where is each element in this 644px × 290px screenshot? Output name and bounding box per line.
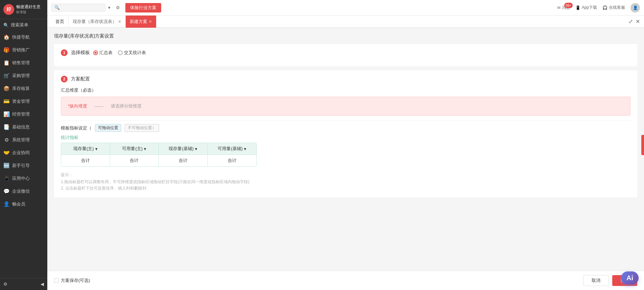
headset-icon: 🎧 xyxy=(602,5,608,10)
radio-crosstab-label: 交叉统计表 xyxy=(124,50,146,56)
enterprise-icon: 🤝 xyxy=(3,150,9,156)
tip-item-2: 2. 点击标题栏下拉可设置排序、插入列和删除列 xyxy=(61,186,630,191)
dropdown-icon[interactable]: ▾ xyxy=(108,5,110,10)
trial-button[interactable]: 体验行业方案 xyxy=(125,3,161,13)
sidebar-item-app-center[interactable]: 📱 应用中心 xyxy=(0,172,47,185)
message-button[interactable]: ✉ 消息 99+ xyxy=(557,5,570,10)
sidebar-item-operations[interactable]: 📊 经营管理 xyxy=(0,108,47,121)
avatar-icon: 👤 xyxy=(633,5,638,10)
sidebar-item-marketing[interactable]: 🎁 营销推广 xyxy=(0,44,47,56)
stat-section-label: 统计指标 xyxy=(61,135,630,141)
stat-col4-dropdown-icon: ▾ xyxy=(244,146,246,151)
sidebar-item-quick-nav[interactable]: 🏠 快捷导航 xyxy=(0,31,47,44)
tabs-actions: ⤢ ✕ xyxy=(628,18,640,25)
stat-table: 现存量(主) ▾ 可用量(主) ▾ 现存量(基辅) ▾ 可用量(基辅) ▾ xyxy=(61,143,257,167)
topbar-search-box[interactable]: 🔍 xyxy=(51,4,105,11)
non-draggable-tag: 不可拖动位置） xyxy=(125,124,159,132)
stat-table-body: 合计 合计 合计 合计 xyxy=(61,154,256,166)
stat-header-col1[interactable]: 现存量(主) ▾ xyxy=(61,143,110,154)
stat-col2-dropdown-icon: ▾ xyxy=(144,146,146,151)
content-area: 现存量(库存状况表)方案设置 1 选择模板 汇总表 交叉统计表 xyxy=(47,28,644,271)
app-center-icon: 📱 xyxy=(3,175,9,182)
home-icon: 🏠 xyxy=(3,34,9,40)
radio-crosstab[interactable]: 交叉统计表 xyxy=(118,50,146,56)
radio-crosstab-circle xyxy=(118,50,123,55)
radio-summary[interactable]: 汇总表 xyxy=(93,50,113,56)
search-label: 搜索菜单 xyxy=(11,22,28,28)
stat-col3-dropdown-icon: ▾ xyxy=(195,146,197,151)
tab-new-plan-label: 新建方案 xyxy=(130,19,147,25)
member-icon: 👤 xyxy=(3,201,9,207)
stat-table-header: 现存量(主) ▾ 可用量(主) ▾ 现存量(基辅) ▾ 可用量(基辅) ▾ xyxy=(61,143,256,154)
logo-title: 畅捷通好生意 xyxy=(16,4,41,10)
dimension-box[interactable]: *纵向维度 —— 请选择分组维度 xyxy=(61,97,630,116)
sidebar-footer: ⚙ ◀ xyxy=(0,278,47,290)
basic-info-icon: 📑 xyxy=(3,124,9,130)
save-option[interactable]: 方案保存(可选) xyxy=(54,277,90,284)
tips-title: 提示： xyxy=(61,172,630,178)
search-menu[interactable]: 🔍 搜索菜单 xyxy=(0,19,47,31)
right-panel-indicator[interactable] xyxy=(641,135,644,155)
tab-close-all-button[interactable]: ✕ xyxy=(636,18,640,25)
tab-inventory-close[interactable]: ✕ xyxy=(118,19,121,24)
search-icon: 🔍 xyxy=(3,23,9,28)
topbar: 🔍 ▾ ⚙ 体验行业方案 ✉ 消息 99+ 📱 App下载 🎧 在线客服 👤 xyxy=(47,0,644,16)
sidebar-item-member[interactable]: 👤 畅会员 xyxy=(0,198,47,211)
stat-header-col4[interactable]: 可用量(基辅) ▾ xyxy=(208,143,257,154)
step2-panel: 2 方案配置 汇总维度（必选） *纵向维度 —— 请选择分组维度 模板指标设定（… xyxy=(54,70,637,197)
sidebar-item-label: 库存核算 xyxy=(12,86,30,92)
purchase-icon: 🛒 xyxy=(3,73,9,79)
step1-number: 1 xyxy=(61,49,68,56)
tab-inventory[interactable]: 现存量（库存状况表） ✕ xyxy=(69,16,126,28)
stat-header-col4-label: 可用量(基辅) xyxy=(218,146,243,152)
sidebar-item-label: 应用中心 xyxy=(12,175,30,182)
finance-icon: 💳 xyxy=(3,98,9,104)
gear-icon[interactable]: ⚙ xyxy=(113,3,123,13)
sidebar-item-label: 企业协同 xyxy=(12,150,30,156)
tab-home[interactable]: 首页 xyxy=(51,16,69,28)
radio-summary-circle xyxy=(93,50,98,55)
sidebar-item-basic-info[interactable]: 📑 基础信息 xyxy=(0,121,47,134)
sidebar-item-label: 新手引导 xyxy=(12,163,30,169)
sidebar-item-newbie[interactable]: 🆕 新手引导 xyxy=(0,159,47,172)
online-service-button[interactable]: 🎧 在线客服 xyxy=(602,5,625,10)
stat-header-col2[interactable]: 可用量(主) ▾ xyxy=(110,143,159,154)
tab-maximize-button[interactable]: ⤢ xyxy=(628,18,633,25)
tab-new-plan-close[interactable]: ✕ xyxy=(149,19,152,24)
sidebar-item-label: 畅会员 xyxy=(12,201,25,207)
topbar-right: ✉ 消息 99+ 📱 App下载 🎧 在线客服 👤 xyxy=(557,3,640,13)
sidebar-item-label: 营销推广 xyxy=(12,47,30,53)
sidebar-item-sales[interactable]: 📋 销售管理 xyxy=(0,56,47,69)
step2-title: 方案配置 xyxy=(71,76,90,82)
sidebar-item-purchase[interactable]: 🛒 采购管理 xyxy=(0,69,47,82)
ai-badge[interactable]: Ai xyxy=(621,271,639,285)
tab-new-plan[interactable]: 新建方案 ✕ xyxy=(126,16,156,28)
stat-body-col1: 合计 xyxy=(61,155,110,166)
tip-item-1: 1.拖动标题栏可以调整布局，不可跨维度或指标区域拖动栏目字段(只能在同一维度或指… xyxy=(61,179,630,185)
sidebar-item-system[interactable]: ⚙ 系统管理 xyxy=(0,134,47,146)
sidebar-item-label: 基础信息 xyxy=(12,124,30,130)
system-icon: ⚙ xyxy=(3,137,9,143)
sidebar-item-finance[interactable]: 💳 资金管理 xyxy=(0,95,47,108)
stat-header-col3[interactable]: 现存量(基辅) ▾ xyxy=(159,143,208,154)
dimension-required-mark: *纵向维度 xyxy=(68,103,87,109)
wechat-icon: 💬 xyxy=(3,188,9,194)
online-service-label: 在线客服 xyxy=(609,5,625,10)
sidebar-item-enterprise[interactable]: 🤝 企业协同 xyxy=(0,146,47,159)
stat-body-col4: 合计 xyxy=(208,155,257,166)
cancel-button[interactable]: 取消 xyxy=(583,275,609,286)
save-checkbox[interactable] xyxy=(54,278,59,283)
stat-body-col2: 合计 xyxy=(110,155,159,166)
message-badge: 99+ xyxy=(564,3,573,8)
collapse-icon[interactable]: ◀ xyxy=(41,282,44,287)
settings-icon[interactable]: ⚙ xyxy=(3,282,7,287)
sidebar-item-wechat[interactable]: 💬 企业微信 xyxy=(0,185,47,198)
newbie-icon: 🆕 xyxy=(3,163,9,169)
step1-header: 1 选择模板 汇总表 交叉统计表 xyxy=(61,49,630,56)
topbar-search-input[interactable] xyxy=(61,5,98,10)
user-avatar[interactable]: 👤 xyxy=(630,3,640,13)
app-download-button[interactable]: 📱 App下载 xyxy=(575,5,597,10)
sidebar-item-inventory[interactable]: 📦 库存核算 xyxy=(0,82,47,95)
stat-header-col1-label: 现存量(主) xyxy=(73,146,94,152)
stat-header-col2-label: 可用量(主) xyxy=(122,146,143,152)
